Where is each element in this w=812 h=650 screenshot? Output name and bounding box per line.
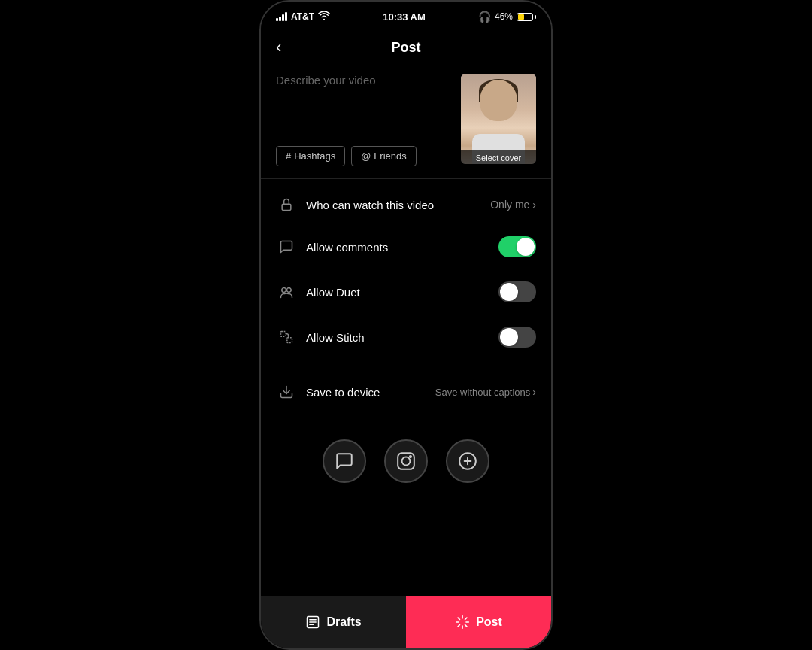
time-display: 10:33 AM <box>383 11 426 23</box>
wifi-icon <box>318 11 330 23</box>
chevron-icon: › <box>532 199 536 211</box>
who-can-watch-row[interactable]: Who can watch this video Only me › <box>261 185 551 224</box>
allow-duet-label: Allow Duet <box>306 286 498 299</box>
description-section: Describe your video # Hashtags @ Friends <box>261 66 551 179</box>
post-button[interactable]: Post <box>406 596 551 648</box>
svg-point-8 <box>410 456 411 457</box>
friends-button[interactable]: @ Friends <box>351 146 417 166</box>
main-content: ‹ Post Describe your video # Hashtags @ … <box>261 29 551 650</box>
description-left: Describe your video # Hashtags @ Friends <box>276 74 452 166</box>
svg-rect-6 <box>398 453 414 469</box>
svg-rect-3 <box>281 332 286 337</box>
svg-rect-4 <box>287 338 292 343</box>
toggle-knob-stitch <box>500 328 518 346</box>
allow-comments-toggle[interactable] <box>498 236 536 257</box>
hashtags-button[interactable]: # Hashtags <box>276 146 345 166</box>
comment-icon <box>276 239 297 254</box>
save-value-text: Save without captions <box>435 387 530 398</box>
signal-bar-3 <box>282 14 284 21</box>
phone-frame: AT&T 10:33 AM 🎧 46% <box>259 0 553 650</box>
allow-duet-row[interactable]: Allow Duet <box>261 269 551 314</box>
page-header: ‹ Post <box>261 29 551 66</box>
status-bar: AT&T 10:33 AM 🎧 46% <box>261 2 551 29</box>
save-to-device-value: Save without captions › <box>435 386 536 398</box>
page-title: Post <box>391 40 420 56</box>
battery-body <box>517 13 533 21</box>
drafts-button[interactable]: Drafts <box>261 596 406 648</box>
post-label: Post <box>476 615 502 629</box>
save-chevron-icon: › <box>532 386 536 398</box>
allow-stitch-label: Allow Stitch <box>306 331 498 344</box>
carrier-label: AT&T <box>291 11 314 22</box>
save-to-device-label: Save to device <box>306 386 435 399</box>
svg-point-7 <box>402 457 411 466</box>
thumbnail-container[interactable]: Select cover <box>461 74 536 166</box>
stitch-icon <box>276 330 297 345</box>
battery-tip <box>535 15 536 19</box>
select-cover-label[interactable]: Select cover <box>461 150 536 166</box>
bottom-buttons: Drafts Post <box>261 596 551 648</box>
svg-rect-0 <box>282 204 291 210</box>
allow-comments-label: Allow comments <box>306 241 498 254</box>
allow-stitch-row[interactable]: Allow Stitch <box>261 314 551 360</box>
status-right: 🎧 46% <box>478 11 536 23</box>
signal-bar-4 <box>285 12 287 21</box>
allow-stitch-toggle[interactable] <box>498 327 536 348</box>
status-left: AT&T <box>276 11 330 23</box>
save-to-device-row[interactable]: Save to device Save without captions › <box>261 372 551 412</box>
at-icon: @ <box>361 150 371 162</box>
allow-duet-toggle[interactable] <box>498 281 536 302</box>
headphone-icon: 🎧 <box>478 11 491 23</box>
person-head <box>480 80 517 121</box>
settings-section: Who can watch this video Only me › Allow… <box>261 179 551 366</box>
save-section: Save to device Save without captions › <box>261 366 551 418</box>
battery-percent: 46% <box>495 11 513 22</box>
download-icon <box>276 384 297 399</box>
signal-bars <box>276 12 287 21</box>
more-share-button[interactable] <box>446 439 489 483</box>
svg-point-1 <box>282 288 286 293</box>
toggle-knob-comments <box>517 238 535 256</box>
messages-share-button[interactable] <box>323 439 366 483</box>
battery-indicator <box>517 13 536 21</box>
svg-point-2 <box>286 288 291 293</box>
drafts-label: Drafts <box>326 615 361 629</box>
hashtags-label: Hashtags <box>294 150 335 162</box>
who-can-watch-value: Only me › <box>490 199 536 211</box>
who-can-watch-text: Only me <box>490 199 529 211</box>
hashtag-icon: # <box>286 150 291 162</box>
friends-label: Friends <box>374 150 406 162</box>
signal-bar-2 <box>279 17 281 21</box>
lock-icon <box>276 197 297 212</box>
toggle-knob-duet <box>500 283 518 301</box>
back-button[interactable]: ‹ <box>276 38 281 57</box>
share-section <box>261 418 551 498</box>
allow-comments-row[interactable]: Allow comments <box>261 224 551 269</box>
video-description-input[interactable]: Describe your video <box>276 74 452 134</box>
signal-bar-1 <box>276 18 278 21</box>
battery-fill <box>518 14 524 20</box>
duet-icon <box>276 284 297 299</box>
who-can-watch-label: Who can watch this video <box>306 199 490 211</box>
instagram-share-button[interactable] <box>384 439 428 483</box>
tag-buttons: # Hashtags @ Friends <box>276 146 452 166</box>
